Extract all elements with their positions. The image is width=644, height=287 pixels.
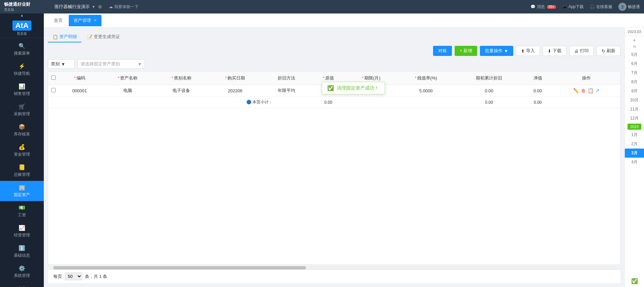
- timeline-up-icon[interactable]: ▲: [632, 37, 637, 43]
- scrollbar-thumb: [53, 266, 306, 269]
- cloud-icon: ☁: [109, 4, 113, 9]
- new-button[interactable]: + 新增: [455, 46, 477, 56]
- select-all-checkbox[interactable]: [51, 75, 56, 80]
- sidebar-item-funds[interactable]: 💰 资金管理: [0, 140, 44, 161]
- tab-bar: 首页 资产管理 ✕: [44, 13, 644, 28]
- delete-icon[interactable]: 🗑: [581, 88, 586, 93]
- sidebar-item-search[interactable]: 🔍 搜索菜单: [0, 39, 44, 60]
- timeline-month-5[interactable]: 5月: [625, 50, 644, 59]
- timeline-month-3-current[interactable]: 3月: [625, 149, 644, 158]
- online-service-button[interactable]: 🎧 在线客服: [590, 4, 612, 10]
- timeline-month-2[interactable]: 2月: [625, 139, 644, 149]
- timeline-month-11[interactable]: 11月: [625, 105, 644, 114]
- top-bar-actions: 💬 消息 99+ 📱 App下载 🎧 在线客服 👤 畅捷通: [530, 3, 640, 11]
- message-badge: 99+: [547, 5, 556, 9]
- pagination-bar: 每页 10 20 50 100 条，共 1 条: [48, 269, 620, 283]
- col-actions: 操作: [553, 72, 620, 85]
- sidebar-item-label: 资金管理: [14, 152, 30, 157]
- copy-icon[interactable]: 📋: [588, 88, 593, 93]
- sidebar-item-payroll[interactable]: 💵 工资: [0, 201, 44, 221]
- sub-tab-change-voucher[interactable]: 📝 变更生成凭证: [82, 32, 125, 42]
- sidebar-item-ledger[interactable]: 📒 总账管理: [0, 161, 44, 181]
- sidebar-item-purchase[interactable]: 🛒 采购管理: [0, 100, 44, 120]
- page-content: 📋 资产明细 📝 变更生成凭证 对账: [44, 28, 644, 287]
- inventory-icon: 📦: [19, 124, 25, 130]
- sidebar-version: 普及版: [17, 31, 27, 36]
- sub-tabs: 📋 资产明细 📝 变更生成凭证: [48, 32, 620, 42]
- category-input[interactable]: 请选择固定资产类别 ▼: [78, 59, 145, 69]
- import-button[interactable]: ⬆ 导入: [516, 46, 540, 56]
- user-menu[interactable]: 👤 畅捷通: [618, 3, 640, 11]
- sub-tab-asset-list[interactable]: 📋 资产明细: [48, 32, 82, 42]
- batch-button[interactable]: 批量操作 ▼: [480, 46, 513, 56]
- funds-icon: 💰: [19, 144, 25, 150]
- sidebar-item-sales[interactable]: 📊 销售管理: [0, 80, 44, 100]
- main-panel: 📋 资产明细 📝 变更生成凭证 对账: [44, 28, 624, 287]
- row-residual-rate: 5.0000: [397, 85, 456, 97]
- timeline-bottom-check-icon[interactable]: ✅: [631, 275, 638, 287]
- refresh-icon: ↻: [602, 49, 605, 54]
- timeline-month-1[interactable]: 1月: [625, 130, 644, 139]
- sidebar-item-label: 经营管理: [14, 232, 30, 238]
- timeline-month-9[interactable]: 9月: [625, 87, 644, 96]
- row-checkbox[interactable]: [51, 88, 56, 92]
- success-check-icon: ✅: [327, 85, 334, 91]
- timeline-month-12[interactable]: 12月: [625, 114, 644, 123]
- sidebar-item-system[interactable]: ⚙️ 系统管理: [0, 262, 44, 282]
- content-area: 首页 资产管理 ✕ 📋 资产明细 📝 变更生成凭证: [44, 13, 644, 287]
- timeline-month-10[interactable]: 10月: [625, 96, 644, 105]
- download-icon: 📱: [562, 4, 567, 9]
- sidebar-item-basic-info[interactable]: ℹ️ 基础信息: [0, 242, 44, 262]
- sidebar-item-label: 库存核算: [14, 131, 30, 137]
- sidebar-item-label: 固定资产: [14, 192, 30, 198]
- refresh-button[interactable]: ↻ 刷新: [596, 46, 620, 56]
- sidebar-item-label: 工资: [18, 212, 26, 218]
- row-select-cell[interactable]: [48, 85, 58, 97]
- sidebar-item-label: 总账管理: [14, 172, 30, 178]
- sidebar-scroll-up[interactable]: ▲: [0, 13, 44, 17]
- timeline-month-6[interactable]: 6月: [625, 59, 644, 68]
- experience-button[interactable]: ☁ 我要体验一下: [109, 4, 139, 10]
- category-select[interactable]: 类别 ▼: [48, 59, 75, 69]
- sidebar-logo: AtA 普及版: [0, 17, 44, 38]
- company-selector[interactable]: 医疗器械行业演示 ▼: [55, 4, 95, 10]
- col-net-value: 净值: [523, 72, 553, 85]
- search-icon: 🔍: [19, 43, 25, 49]
- toolbar: 对账 + 新增 批量操作 ▼ ⬆ 导入 ⬇ 下载: [48, 46, 620, 56]
- message-button[interactable]: 💬 消息 99+: [530, 4, 556, 10]
- col-depreciation-method: 折旧方法: [262, 72, 311, 85]
- sidebar-item-enterprise[interactable]: 🤝 企业协同: [0, 282, 44, 287]
- tab-home[interactable]: 首页: [49, 15, 67, 26]
- sidebar-item-label: 系统管理: [14, 273, 30, 279]
- download-label: 下载: [553, 48, 561, 54]
- more-icon[interactable]: ↗: [595, 88, 600, 93]
- tab-assets[interactable]: 资产管理 ✕: [69, 15, 101, 26]
- sidebar-item-label: 采购管理: [14, 111, 30, 117]
- select-all-cell[interactable]: [48, 72, 58, 85]
- download-button[interactable]: ⬇ 下载: [543, 46, 566, 56]
- subtotal-net-value: 0.00: [523, 97, 553, 108]
- sidebar-item-quick-nav[interactable]: ⚡ 快捷导航: [0, 60, 44, 80]
- sidebar-item-fixed-assets[interactable]: 🏢 固定资产: [0, 181, 44, 201]
- horizontal-scrollbar[interactable]: [53, 266, 615, 269]
- timeline-month-7[interactable]: 7月: [625, 68, 644, 77]
- tab-close-icon[interactable]: ✕: [94, 18, 97, 23]
- settings-icon[interactable]: ⚙: [98, 4, 102, 9]
- per-page-select[interactable]: 10 20 50 100: [65, 273, 82, 280]
- sidebar-item-operations[interactable]: 📈 经营管理: [0, 221, 44, 242]
- category-dropdown-icon: ▼: [61, 62, 65, 67]
- timeline-month-8[interactable]: 8月: [625, 77, 644, 87]
- import-label: 导入: [526, 48, 535, 54]
- app-download-button[interactable]: 📱 App下载: [562, 4, 584, 10]
- reconcile-button[interactable]: 对账: [433, 46, 452, 56]
- print-button[interactable]: 🖨 打印: [569, 46, 594, 56]
- sidebar-item-inventory[interactable]: 📦 库存核算: [0, 120, 44, 140]
- sales-icon: 📊: [19, 83, 25, 90]
- company-dropdown-icon[interactable]: ▼: [92, 5, 95, 9]
- row-actions: ✏️ 🗑 📋 ↗: [553, 85, 620, 97]
- timeline-month-4[interactable]: 4月: [625, 158, 644, 167]
- edit-icon[interactable]: ✏️: [573, 88, 579, 93]
- sidebar-item-label: 搜索菜单: [14, 51, 30, 56]
- timeline-expand-icon[interactable]: ⊞: [632, 43, 637, 50]
- sidebar-item-label: 基础信息: [14, 253, 30, 258]
